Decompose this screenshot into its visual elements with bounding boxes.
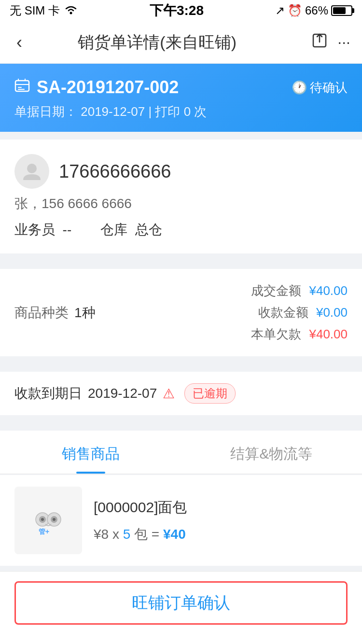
product-price: ¥8 x 5 包 = ¥40: [94, 525, 348, 544]
svg-point-8: [41, 518, 44, 521]
svg-text:管+: 管+: [39, 528, 49, 535]
due-date-label: 收款到期日: [14, 384, 82, 403]
customer-meta: 业务员 -- 仓库 总仓: [14, 221, 348, 239]
summary-left: 商品种类 1种: [14, 282, 251, 343]
owed-amount: ¥40.00: [309, 327, 348, 342]
status-left: 无 SIM 卡: [10, 3, 78, 18]
divider-1: [0, 253, 362, 261]
divider-3: [0, 415, 362, 423]
wifi-icon: [64, 4, 78, 17]
order-header-card: SA-20191207-002 🕐 待确认 单据日期： 2019-12-07 |…: [0, 64, 362, 132]
more-icon[interactable]: ···: [337, 33, 350, 51]
tab-bar: 销售商品 结算&物流等: [0, 431, 362, 474]
due-date-value: 2019-12-07: [88, 386, 157, 401]
back-button[interactable]: ‹: [12, 28, 27, 57]
summary-right: 成交金额 ¥40.00 收款金额 ¥0.00 本单欠款 ¥40.00: [251, 282, 348, 343]
warning-icon: ⚠: [163, 386, 175, 402]
nav-actions: ···: [311, 32, 350, 53]
battery-icon: [331, 5, 352, 16]
carrier-label: 无 SIM 卡: [10, 3, 60, 18]
product-qty: 5: [123, 527, 131, 542]
summary-card: 商品种类 1种 成交金额 ¥40.00 收款金额 ¥0.00 本单欠款 ¥40.…: [0, 269, 362, 356]
confirm-button[interactable]: 旺铺订单确认: [14, 581, 348, 625]
deal-amount: ¥40.00: [309, 283, 348, 298]
product-info: [0000002]面包 ¥8 x 5 包 = ¥40: [94, 498, 348, 544]
order-icon: [14, 77, 32, 98]
status-right: ↗ ⏰ 66%: [275, 4, 352, 17]
due-card: 收款到期日 2019-12-07 ⚠ 已逾期: [0, 372, 362, 415]
overdue-badge: 已逾期: [184, 383, 236, 404]
customer-name: 张，156 6666 6666: [14, 195, 348, 213]
deal-amount-row: 成交金额 ¥40.00: [251, 282, 348, 299]
warehouse-label: 仓库 总仓: [100, 221, 162, 239]
tab-settlement[interactable]: 结算&物流等: [181, 431, 362, 474]
bottom-bar: 旺铺订单确认: [0, 571, 362, 644]
customer-card: 17666666666 张，156 6666 6666 业务员 -- 仓库 总仓: [0, 140, 362, 253]
share-icon[interactable]: [311, 32, 328, 53]
order-id: SA-20191207-002: [14, 77, 179, 98]
clock-icon: 🕐: [292, 80, 307, 95]
customer-phone: 17666666666: [59, 161, 171, 182]
owed-row: 本单欠款 ¥40.00: [251, 326, 348, 343]
order-status: 🕐 待确认: [292, 79, 348, 96]
order-date-line: 单据日期： 2019-12-07 | 打印 0 次: [14, 103, 348, 120]
location-icon: ↗: [275, 4, 285, 17]
product-card: 管+ [0000002]面包 ¥8 x 5 包 = ¥40: [0, 475, 362, 566]
customer-top: 17666666666: [14, 154, 348, 189]
avatar: [14, 154, 49, 189]
svg-point-0: [70, 12, 72, 14]
svg-point-3: [27, 164, 37, 173]
battery-percent: 66%: [305, 4, 328, 17]
tab-sales-products[interactable]: 销售商品: [0, 431, 181, 474]
order-header-top: SA-20191207-002 🕐 待确认: [14, 77, 348, 98]
product-name: [0000002]面包: [94, 498, 348, 518]
product-total: ¥40: [163, 527, 186, 542]
alarm-icon: ⏰: [288, 4, 302, 17]
sales-label: 业务员 --: [14, 221, 71, 239]
page-title: 销货单详情(来自旺铺): [32, 31, 282, 54]
status-time: 下午3:28: [150, 1, 204, 20]
received-row: 收款金额 ¥0.00: [258, 304, 348, 321]
product-image: 管+: [14, 487, 82, 554]
status-bar: 无 SIM 卡 下午3:28 ↗ ⏰ 66%: [0, 0, 362, 21]
svg-point-9: [53, 518, 56, 521]
product-type-value: 1种: [74, 304, 96, 322]
divider-2: [0, 356, 362, 364]
received-amount: ¥0.00: [316, 305, 348, 320]
nav-bar: ‹ 销货单详情(来自旺铺) ···: [0, 21, 362, 64]
